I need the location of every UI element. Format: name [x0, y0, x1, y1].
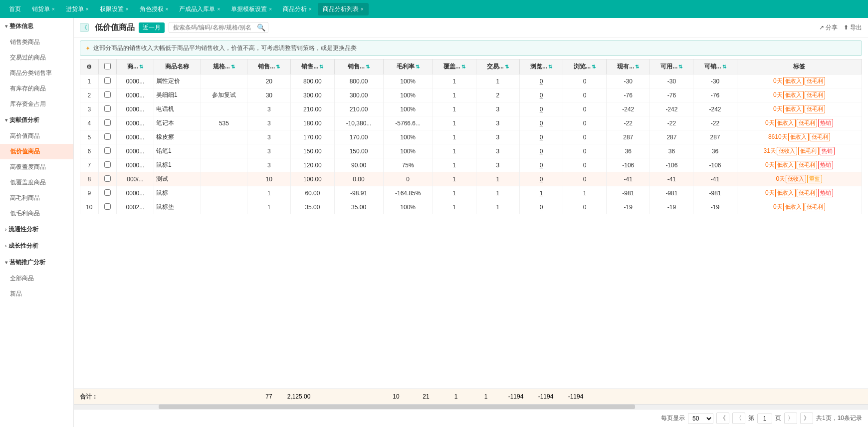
cell-margin: 100%: [383, 102, 433, 116]
cell-margin: 100%: [383, 88, 433, 102]
nav-goods-analysis-close[interactable]: ×: [309, 6, 312, 12]
cell-available: -76: [650, 88, 693, 102]
sidebar-item-sales-goods[interactable]: 销售类商品: [0, 34, 73, 50]
cell-browse1[interactable]: 0: [520, 130, 563, 144]
cell-browse1[interactable]: 0: [520, 144, 563, 158]
filter-recent-month[interactable]: 近一月: [139, 22, 165, 33]
share-button[interactable]: ↗ 分享: [819, 23, 838, 32]
table-footer: 合计： 77 2,125.00 10 21 1 1 -1194 -1194 -1…: [74, 389, 868, 404]
export-button[interactable]: ⬆ 导出: [844, 23, 862, 32]
table-row: 70000...鼠标13120.0090.0075%1300-106-106-1…: [80, 158, 862, 172]
tag-days: 0天: [765, 119, 775, 126]
tag-label: 低收入: [783, 91, 804, 99]
sidebar-group-flow[interactable]: › 流通性分析: [0, 221, 73, 238]
cell-sales1: 120.00: [291, 158, 334, 172]
tag-label: 低收入: [786, 175, 806, 183]
cell-qty: 30: [247, 88, 291, 102]
nav-product-inbound-close[interactable]: ×: [217, 6, 220, 12]
sidebar-item-low-coverage[interactable]: 低覆盖度商品: [0, 175, 73, 190]
cell-checkbox[interactable]: [98, 158, 116, 172]
row-checkbox-8[interactable]: [104, 175, 111, 182]
sidebar-item-low-margin[interactable]: 低毛利商品: [0, 206, 73, 221]
sort-icon-10: ⇅: [592, 64, 596, 69]
col-settings[interactable]: ⚙: [80, 59, 99, 74]
cell-browse1[interactable]: 0: [520, 158, 563, 172]
table-wrap: ⚙ 商...⇅ 商品名称 规格...⇅ 销售...⇅ 销售...⇅ 销售...⇅…: [74, 59, 868, 389]
sidebar-item-inventory-goods[interactable]: 有库存的商品: [0, 81, 73, 96]
cell-available: 36: [650, 144, 693, 158]
row-checkbox-6[interactable]: [104, 147, 111, 154]
nav-purchase-order[interactable]: 进货单 ×: [61, 3, 94, 15]
cell-checkbox[interactable]: [98, 172, 116, 186]
sort-icon-6: ⇅: [416, 64, 420, 69]
row-checkbox-10[interactable]: [104, 203, 111, 210]
cell-checkbox[interactable]: [98, 88, 116, 102]
row-checkbox-1[interactable]: [104, 77, 111, 84]
cell-checkbox[interactable]: [98, 116, 116, 130]
sidebar-item-high-margin[interactable]: 高毛利商品: [0, 190, 73, 206]
sidebar-item-new-goods[interactable]: 新品: [0, 286, 73, 302]
cell-checkbox[interactable]: [98, 102, 116, 116]
cell-name: 橡皮擦: [154, 130, 201, 144]
cell-checkbox[interactable]: [98, 200, 116, 214]
cell-browse1[interactable]: 0: [520, 74, 563, 88]
sidebar-group-growth[interactable]: › 成长性分析: [0, 238, 73, 254]
sidebar-item-high-coverage[interactable]: 高覆盖度商品: [0, 159, 73, 175]
sidebar-group-marketing[interactable]: ▾ 营销推广分析: [0, 254, 73, 271]
nav-home[interactable]: 首页: [4, 3, 26, 15]
cell-browse1[interactable]: 0: [520, 88, 563, 102]
sidebar-item-traded-goods[interactable]: 交易过的商品: [0, 50, 73, 65]
sidebar-item-high-value[interactable]: 高价值商品: [0, 128, 73, 144]
sidebar-item-all-goods[interactable]: 全部商品: [0, 271, 73, 286]
nav-goods-analysis[interactable]: 商品分析 ×: [278, 3, 317, 15]
nav-purchase-order-close[interactable]: ×: [86, 6, 89, 12]
cell-checkbox[interactable]: [98, 144, 116, 158]
cell-browse1[interactable]: 0: [520, 102, 563, 116]
nav-product-inbound[interactable]: 产成品入库单 ×: [174, 3, 225, 15]
row-checkbox-2[interactable]: [104, 91, 111, 98]
cell-browse1[interactable]: 1: [520, 186, 563, 200]
cell-browse1[interactable]: 0: [520, 172, 563, 186]
nav-sales-order[interactable]: 销货单 ×: [27, 3, 60, 15]
sidebar-item-inventory-capital[interactable]: 库存资金占用: [0, 96, 73, 112]
cell-trade: 3: [476, 158, 519, 172]
cell-browse1[interactable]: 0: [520, 116, 563, 130]
row-checkbox-3[interactable]: [104, 105, 111, 112]
cell-checkbox[interactable]: [98, 130, 116, 144]
row-checkbox-4[interactable]: [104, 119, 111, 126]
nav-template-settings-close[interactable]: ×: [269, 6, 272, 12]
search-input[interactable]: [169, 22, 268, 33]
sidebar-collapse-button[interactable]: 《: [80, 23, 89, 32]
row-checkbox-7[interactable]: [104, 161, 111, 168]
sidebar-group-overall[interactable]: ▾ 整体信息: [0, 18, 73, 34]
sidebar-group-contribution[interactable]: ▾ 贡献值分析: [0, 112, 73, 128]
last-page-button[interactable]: 》: [800, 413, 813, 424]
sidebar-item-low-value[interactable]: 低价值商品: [0, 144, 73, 159]
per-page-select[interactable]: 50 100 200: [688, 413, 713, 424]
sidebar-item-category-rate[interactable]: 商品分类销售率: [0, 65, 73, 81]
next-page-button[interactable]: 〉: [784, 413, 797, 424]
select-all-checkbox[interactable]: [104, 63, 111, 69]
tag-label: 低收入: [775, 189, 796, 197]
cell-browse2: 0: [563, 200, 607, 214]
prev-page-button[interactable]: 〈: [732, 413, 745, 424]
nav-goods-analysis-list-close[interactable]: ×: [361, 6, 364, 12]
nav-permission[interactable]: 权限设置 ×: [95, 3, 134, 15]
row-checkbox-5[interactable]: [104, 133, 111, 140]
cell-checkbox[interactable]: [98, 74, 116, 88]
tag-days: 0天: [773, 91, 783, 98]
table-header-row: ⚙ 商...⇅ 商品名称 规格...⇅ 销售...⇅ 销售...⇅ 销售...⇅…: [80, 59, 862, 74]
page-number-input[interactable]: [757, 414, 772, 424]
nav-sales-order-close[interactable]: ×: [52, 6, 55, 12]
nav-template-settings[interactable]: 单据模板设置 ×: [226, 3, 277, 15]
nav-permission-close[interactable]: ×: [126, 6, 129, 12]
nav-role-auth[interactable]: 角色授权 ×: [135, 3, 174, 15]
first-page-button[interactable]: 《: [716, 413, 729, 424]
cell-checkbox[interactable]: [98, 186, 116, 200]
row-checkbox-9[interactable]: [104, 189, 111, 196]
nav-goods-analysis-list[interactable]: 商品分析列表 ×: [318, 3, 369, 15]
horizontal-scrollbar[interactable]: [74, 404, 868, 409]
nav-role-auth-close[interactable]: ×: [166, 6, 169, 12]
col-checkbox[interactable]: [98, 59, 116, 74]
cell-browse1[interactable]: 0: [520, 200, 563, 214]
